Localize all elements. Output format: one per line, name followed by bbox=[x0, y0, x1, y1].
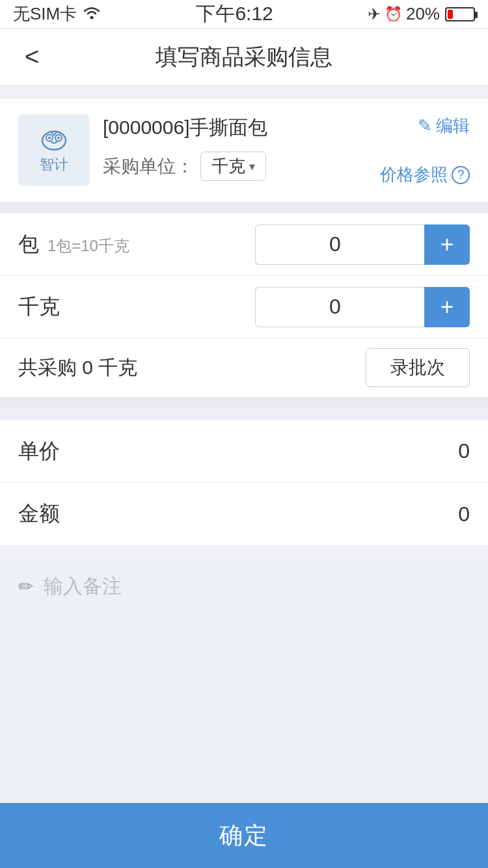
amount-row: 金额 0 bbox=[0, 483, 488, 545]
back-button[interactable]: < bbox=[18, 36, 46, 77]
page-title: 填写商品采购信息 bbox=[156, 42, 332, 72]
alarm-icon: ⏰ bbox=[385, 6, 402, 23]
status-bar: 无SIM卡 下午6:12 ✈ ⏰ 20% bbox=[0, 0, 488, 29]
battery-percent: 20% bbox=[406, 4, 440, 24]
content-spacer bbox=[0, 616, 488, 811]
kg-input-row: 千克 + bbox=[0, 276, 488, 338]
kg-plus-button[interactable]: + bbox=[424, 287, 470, 327]
product-card: 智计 [0000006]手撕面包 采购单位： 千克 ▾ ✎ 编辑 价格参照 ? bbox=[0, 99, 488, 202]
status-right: ✈ ⏰ 20% bbox=[368, 4, 475, 24]
kg-label: 千克 bbox=[18, 293, 96, 321]
remark-placeholder: 输入备注 bbox=[44, 573, 122, 600]
status-left: 无SIM卡 bbox=[13, 3, 102, 25]
bao-input-wrap: + bbox=[142, 224, 470, 265]
svg-point-4 bbox=[48, 137, 51, 139]
record-batch-button[interactable]: 录批次 bbox=[366, 348, 470, 387]
unit-select-arrow: ▾ bbox=[249, 159, 255, 174]
unit-label: 采购单位： bbox=[103, 154, 194, 179]
price-ref-help-icon: ? bbox=[452, 166, 470, 184]
unit-value: 千克 bbox=[211, 155, 245, 178]
pencil-icon: ✏ bbox=[18, 576, 33, 597]
bao-input[interactable] bbox=[255, 224, 424, 265]
thumbnail-label: 智计 bbox=[40, 155, 68, 174]
kg-input[interactable] bbox=[255, 287, 424, 327]
bao-plus-button[interactable]: + bbox=[424, 224, 470, 265]
unit-price-row: 单价 0 bbox=[0, 420, 488, 483]
input-section: 包 1包=10千克 + 千克 + bbox=[0, 213, 488, 338]
product-name: [0000006]手撕面包 bbox=[103, 115, 470, 141]
location-icon: ✈ bbox=[368, 5, 381, 23]
svg-point-0 bbox=[90, 16, 94, 20]
price-ref-button[interactable]: 价格参照 ? bbox=[380, 163, 470, 186]
remark-section[interactable]: ✏ 输入备注 bbox=[0, 557, 488, 616]
bao-label-text: 包 bbox=[18, 232, 39, 256]
svg-point-1 bbox=[42, 131, 66, 150]
edit-icon: ✎ bbox=[418, 116, 432, 136]
nav-bar: < 填写商品采购信息 bbox=[0, 29, 488, 86]
amount-label: 金额 bbox=[18, 500, 60, 528]
battery-icon bbox=[445, 7, 475, 21]
price-ref-label: 价格参照 bbox=[380, 163, 448, 186]
unit-price-value: 0 bbox=[458, 439, 470, 463]
divider-1 bbox=[0, 202, 488, 213]
kg-input-wrap: + bbox=[109, 287, 470, 327]
confirm-button[interactable]: 确定 bbox=[0, 803, 488, 868]
unit-select[interactable]: 千克 ▾ bbox=[200, 152, 266, 181]
amount-value: 0 bbox=[458, 502, 470, 526]
bao-label: 包 1包=10千克 bbox=[18, 230, 129, 259]
edit-button[interactable]: ✎ 编辑 bbox=[418, 115, 470, 137]
status-time: 下午6:12 bbox=[196, 1, 273, 27]
total-label: 共采购 0 千克 bbox=[18, 355, 137, 381]
price-info-section: 单价 0 金额 0 bbox=[0, 420, 488, 545]
unit-price-label: 单价 bbox=[18, 437, 60, 466]
wifi-icon bbox=[82, 4, 102, 24]
carrier-text: 无SIM卡 bbox=[13, 3, 77, 25]
edit-label: 编辑 bbox=[436, 115, 470, 137]
total-row: 共采购 0 千克 录批次 bbox=[0, 338, 488, 397]
bao-hint: 1包=10千克 bbox=[47, 237, 129, 254]
product-thumbnail: 智计 bbox=[18, 115, 90, 186]
owl-icon bbox=[38, 126, 70, 152]
bao-input-row: 包 1包=10千克 + bbox=[0, 213, 488, 276]
svg-point-5 bbox=[57, 137, 60, 139]
divider-2 bbox=[0, 397, 488, 409]
